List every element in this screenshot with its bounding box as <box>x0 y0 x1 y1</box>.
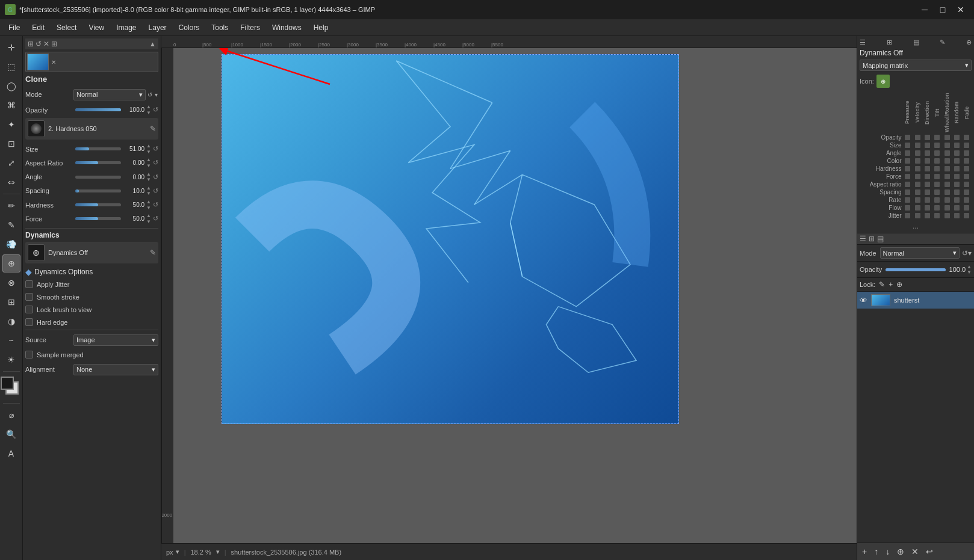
matrix-cell[interactable] <box>932 141 942 149</box>
tool-blur[interactable]: ◑ <box>2 312 20 330</box>
matrix-cell[interactable] <box>952 196 961 204</box>
dynamics-panel-icon-5[interactable]: ⊕ <box>966 38 972 46</box>
matrix-cell[interactable] <box>952 157 961 165</box>
matrix-cell[interactable] <box>922 141 932 149</box>
tool-crop[interactable]: ⊡ <box>2 135 20 153</box>
matrix-cell[interactable] <box>952 212 961 220</box>
matrix-cell[interactable] <box>922 212 932 220</box>
matrix-cell[interactable] <box>932 173 942 180</box>
menu-image[interactable]: Image <box>110 21 142 34</box>
tool-fuzzy-select[interactable]: ✦ <box>2 115 20 134</box>
aspect-ratio-spinner[interactable]: ▲▼ <box>146 157 151 168</box>
matrix-cell[interactable] <box>922 165 932 173</box>
matrix-cell[interactable] <box>942 188 952 196</box>
angle-slider[interactable] <box>75 176 121 179</box>
aspect-ratio-slider[interactable] <box>75 161 121 164</box>
matrix-cell[interactable] <box>942 204 952 212</box>
matrix-cell[interactable] <box>913 165 922 173</box>
foreground-color-swatch[interactable] <box>1 377 14 390</box>
tool-transform[interactable]: ⤢ <box>2 154 20 172</box>
matrix-cell[interactable] <box>942 141 952 149</box>
matrix-cell[interactable] <box>962 149 972 157</box>
tool-thumb-image[interactable] <box>27 54 49 70</box>
matrix-cell[interactable] <box>942 157 952 165</box>
matrix-cell[interactable] <box>962 196 972 204</box>
force-spinner[interactable]: ▲▼ <box>146 213 151 224</box>
matrix-cell[interactable] <box>902 165 912 173</box>
source-select[interactable]: Image ▾ <box>73 334 158 346</box>
matrix-cell[interactable] <box>952 180 961 188</box>
opacity-slider[interactable] <box>75 108 121 111</box>
matrix-row[interactable]: Spacing <box>860 188 972 196</box>
apply-jitter-checkbox[interactable] <box>25 280 33 288</box>
matrix-row[interactable]: Jitter <box>860 212 972 220</box>
tool-move[interactable]: ✛ <box>2 38 20 57</box>
matrix-cell[interactable] <box>922 157 932 165</box>
unit-dropdown-arrow[interactable]: ▾ <box>176 548 179 556</box>
lower-layer-button[interactable]: ↓ <box>883 546 892 558</box>
minimize-button[interactable]: ─ <box>916 1 933 18</box>
matrix-cell[interactable] <box>962 157 972 165</box>
close-button[interactable]: ✕ <box>952 1 969 18</box>
angle-reset[interactable]: ↺ <box>153 173 158 181</box>
matrix-cell[interactable] <box>942 165 952 173</box>
tool-rect-select[interactable]: ⬚ <box>2 58 20 76</box>
force-reset[interactable]: ↺ <box>153 215 158 223</box>
hardness-spinner[interactable]: ▲▼ <box>146 199 151 211</box>
matrix-cell[interactable] <box>962 134 972 141</box>
menu-windows[interactable]: Windows <box>266 21 308 34</box>
tool-pencil[interactable]: ✎ <box>2 216 20 234</box>
smooth-stroke-checkbox[interactable] <box>25 293 33 301</box>
layer-mode-select[interactable]: Normal ▾ <box>880 247 960 259</box>
menu-filters[interactable]: Filters <box>234 21 266 34</box>
layers-icon-extra[interactable]: ▤ <box>877 235 884 243</box>
hard-edge-checkbox[interactable] <box>25 318 33 326</box>
matrix-row[interactable]: Size <box>860 141 972 149</box>
tool-airbrush[interactable]: 💨 <box>2 235 20 253</box>
matrix-cell[interactable] <box>932 212 942 220</box>
matrix-cell[interactable] <box>932 188 942 196</box>
matrix-cell[interactable] <box>932 180 942 188</box>
matrix-cell[interactable] <box>952 165 961 173</box>
force-slider[interactable] <box>75 217 121 220</box>
matrix-cell[interactable] <box>962 165 972 173</box>
matrix-cell[interactable] <box>962 188 972 196</box>
hardness-reset[interactable]: ↺ <box>153 201 158 209</box>
matrix-cell[interactable] <box>932 165 942 173</box>
tool-flip[interactable]: ⇔ <box>2 173 20 191</box>
tool-heal[interactable]: ⊗ <box>2 274 20 292</box>
layer-visibility-eye[interactable]: 👁 <box>860 296 867 305</box>
panel-collapse[interactable]: ▲ <box>149 40 156 48</box>
matrix-cell[interactable] <box>913 173 922 180</box>
opacity-spinner[interactable]: ▲▼ <box>146 104 151 115</box>
matrix-cell[interactable] <box>942 180 952 188</box>
matrix-cell[interactable] <box>913 141 922 149</box>
matrix-row[interactable]: Force <box>860 173 972 180</box>
layer-mode-reset[interactable]: ↺ <box>962 249 968 257</box>
matrix-cell[interactable] <box>932 196 942 204</box>
opacity-reset[interactable]: ↺ <box>153 106 158 114</box>
matrix-row[interactable]: Hardness <box>860 165 972 173</box>
dynamics-icon[interactable]: ⊕ <box>28 244 45 261</box>
matrix-cell[interactable] <box>913 188 922 196</box>
maximize-button[interactable]: □ <box>934 1 951 18</box>
tool-perspective[interactable]: ⊞ <box>2 293 20 311</box>
matrix-row[interactable]: Aspect ratio <box>860 180 972 188</box>
matrix-cell[interactable] <box>902 134 912 141</box>
dynamics-panel-icon-2[interactable]: ⊞ <box>887 38 892 46</box>
matrix-cell[interactable] <box>922 188 932 196</box>
matrix-cell[interactable] <box>913 204 922 212</box>
matrix-cell[interactable] <box>962 141 972 149</box>
layers-icon-grid[interactable]: ⊞ <box>869 235 875 243</box>
matrix-cell[interactable] <box>922 204 932 212</box>
dynamics-edit-button[interactable]: ✎ <box>150 248 156 257</box>
raise-layer-button[interactable]: ↑ <box>872 546 881 558</box>
canvas-image[interactable] <box>222 54 679 424</box>
matrix-cell[interactable] <box>932 157 942 165</box>
matrix-cell[interactable] <box>922 196 932 204</box>
matrix-cell[interactable] <box>902 204 912 212</box>
size-spinner[interactable]: ▲▼ <box>146 143 151 155</box>
dynamics-options-header[interactable]: ◆ Dynamics Options <box>25 267 158 277</box>
tool-free-select[interactable]: ⌘ <box>2 96 20 114</box>
matrix-cell[interactable] <box>962 180 972 188</box>
